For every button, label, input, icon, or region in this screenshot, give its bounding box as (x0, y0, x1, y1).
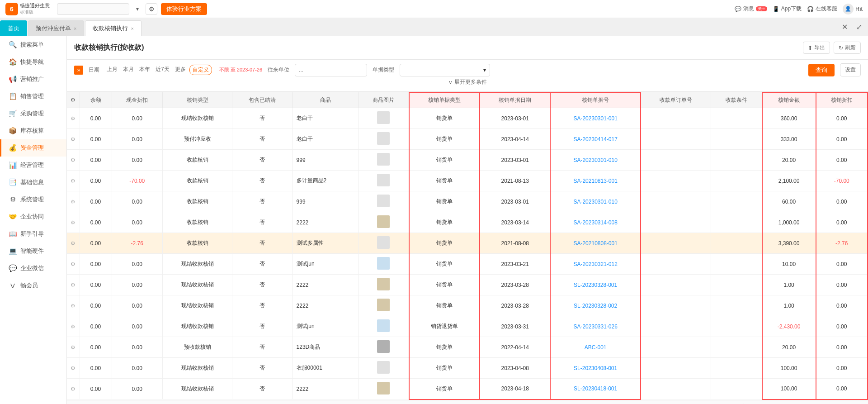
message-btn[interactable]: 💬 消息 99+ (735, 5, 767, 13)
sidebar-icon-9: ⚙ (9, 195, 17, 204)
writeoff-no-link[interactable]: SA-20230331-026 (573, 323, 617, 330)
writeoff-no-link[interactable]: SL-20230418-001 (574, 385, 617, 392)
sidebar-item-3[interactable]: 📋销售管理 (0, 88, 66, 105)
writeoff-no-link[interactable]: SA-20230301-010 (573, 199, 617, 205)
table-row[interactable]: ⚙ 0.00 0.00 现结收款核销 否 测试jun 销货单 2023-03-2… (67, 254, 868, 275)
date-custom[interactable]: 自定义 (189, 65, 212, 75)
sidebar-item-13[interactable]: 💬企业微信 (0, 260, 66, 277)
sidebar-item-12[interactable]: 💻智能硬件 (0, 242, 66, 260)
date-this-year[interactable]: 本年 (137, 65, 152, 75)
table-row[interactable]: ⚙ 0.00 -70.00 收款核销 否 多计量商品2 销货单 2021-08-… (67, 171, 868, 191)
table-row[interactable]: ⚙ 0.00 0.00 预收款核销 否 123D商品 销货单 2022-04-1… (67, 337, 868, 358)
cell-writeoff-no[interactable]: SL-20230328-002 (550, 295, 641, 316)
cell-cash-discount: 0.00 (112, 379, 163, 399)
tab-writeoff-close[interactable]: × (131, 26, 133, 31)
date-this-month[interactable]: 本月 (121, 65, 136, 75)
dropdown-icon[interactable]: ▾ (133, 5, 142, 14)
date-7days[interactable]: 近7天 (154, 65, 171, 75)
cell-writeoff-no[interactable]: SA-20230314-008 (550, 212, 641, 233)
cell-writeoff-no[interactable]: SA-20230414-017 (550, 129, 641, 150)
sidebar-item-5[interactable]: 📦库存核算 (0, 122, 66, 139)
table-footer: 核销金额合计: 40,556,66... 核销折扣合计: 952.24 (67, 400, 868, 404)
table-row[interactable]: ⚙ 0.00 -2.76 收款核销 否 测试多属性 销货单 2021-08-08… (67, 233, 868, 254)
table-row[interactable]: ⚙ 0.00 0.00 收款核销 否 2222 销货单 2023-03-14 S… (67, 212, 868, 233)
tab-close-all-icon[interactable]: ✕ (839, 22, 850, 33)
table-row[interactable]: ⚙ 0.00 0.00 现结收款核销 否 2222 销货单 2023-03-28… (67, 275, 868, 295)
query-button[interactable]: 查询 (808, 64, 835, 76)
writeoff-no-link[interactable]: SA-20230314-008 (573, 219, 617, 226)
cell-writeoff-type: 收款核销 (163, 150, 232, 171)
writeoff-no-link[interactable]: SA-20230301-001 (573, 115, 617, 122)
cell-writeoff-no[interactable]: SA-20230301-001 (550, 108, 641, 129)
top-bar-search-input[interactable] (57, 3, 129, 15)
cell-writeoff-no[interactable]: SA-20230321-012 (550, 254, 641, 275)
sidebar-item-14[interactable]: V畅会员 (0, 277, 66, 294)
cell-writeoff-no[interactable]: SL-20230328-001 (550, 275, 641, 295)
online-service-btn[interactable]: 🎧 在线客服 (807, 5, 837, 13)
cell-writeoff-no[interactable]: SA-20230301-010 (550, 191, 641, 212)
tab-writeoff[interactable]: 收款核销执行 × (85, 20, 141, 36)
sidebar-item-1[interactable]: 🏠快捷导航 (0, 53, 66, 71)
table-header-row: ⚙ 余额 现金折扣 核销类型 包含已结清 商品 商品图片 核销单据类型 核销单据… (67, 92, 868, 108)
tab-prepay-close[interactable]: × (74, 26, 76, 31)
date-last-month[interactable]: 上月 (105, 65, 119, 75)
cell-writeoff-discount: 0.00 (816, 316, 868, 337)
cell-writeoff-no[interactable]: SA-20210813-001 (550, 171, 641, 191)
cell-writeoff-no[interactable]: SA-20230301-010 (550, 150, 641, 171)
sidebar: 🔍搜索菜单🏠快捷导航📢营销推广📋销售管理🛒采购管理📦库存核算💰资金管理📊经营管理… (0, 36, 67, 404)
expand-more-button[interactable]: ∨ 展开更多条件 (448, 78, 487, 86)
cell-writeoff-no[interactable]: SA-20210808-001 (550, 233, 641, 254)
writeoff-no-link[interactable]: SA-20230414-017 (573, 136, 617, 143)
tab-prepay[interactable]: 预付冲应付单 × (28, 20, 84, 36)
writeoff-no-link[interactable]: SL-20230328-002 (574, 303, 617, 309)
table-row[interactable]: ⚙ 0.00 0.00 现结收款核销 否 老白干 销货单 2023-03-01 … (67, 108, 868, 129)
table-row[interactable]: ⚙ 0.00 0.00 收款核销 否 999 销货单 2023-03-01 SA… (67, 191, 868, 212)
filter-setting-button[interactable]: 设置 (840, 63, 861, 76)
cell-writeoff-amount: 3,390.00 (762, 233, 816, 254)
cell-writeoff-date: 2022-04-14 (480, 337, 550, 358)
cell-writeoff-no[interactable]: SL-20230408-001 (550, 358, 641, 379)
sidebar-item-10[interactable]: 🤝企业协同 (0, 208, 66, 225)
tab-expand-icon[interactable]: ⤢ (854, 22, 864, 33)
sidebar-item-8[interactable]: 📑基础信息 (0, 174, 66, 191)
cell-writeoff-no[interactable]: ABC-001 (550, 337, 641, 358)
cell-writeoff-no[interactable]: SL-20230418-001 (550, 379, 641, 399)
writeoff-no-link[interactable]: SA-20210813-001 (573, 178, 617, 184)
filter-expand-button[interactable]: » (74, 66, 83, 75)
tab-home[interactable]: 首页 (0, 20, 27, 36)
writeoff-no-link[interactable]: SA-20230301-010 (573, 157, 617, 163)
writeoff-no-link[interactable]: SA-20230321-012 (573, 261, 617, 267)
writeoff-no-link[interactable]: ABC-001 (585, 344, 607, 351)
app-download-btn[interactable]: 📱 App下载 (773, 5, 802, 13)
cell-goods: 测试多属性 (292, 233, 358, 254)
sidebar-item-2[interactable]: 📢营销推广 (0, 71, 66, 88)
cell-writeoff-no[interactable]: SA-20230331-026 (550, 316, 641, 337)
sidebar-item-0[interactable]: 🔍搜索菜单 (0, 36, 66, 53)
sidebar-item-11[interactable]: 📖新手引导 (0, 225, 66, 242)
trial-button[interactable]: 体验行业方案 (161, 3, 207, 15)
sidebar-item-6[interactable]: 💰资金管理 (0, 139, 66, 157)
table-row[interactable]: ⚙ 0.00 0.00 现结收款核销 否 衣服00001 销货单 2023-04… (67, 358, 868, 379)
writeoff-no-link[interactable]: SL-20230408-001 (574, 365, 617, 371)
table-row[interactable]: ⚙ 0.00 0.00 现结收款核销 否 2222 销货单 2023-04-18… (67, 379, 868, 399)
voucher-type-select[interactable]: ▾ (400, 64, 490, 76)
writeoff-no-link[interactable]: SA-20210808-001 (573, 240, 617, 247)
user-area[interactable]: 👤 Rit (843, 4, 863, 14)
sidebar-item-7[interactable]: 📊经营管理 (0, 157, 66, 174)
writeoff-no-link[interactable]: SL-20230328-001 (574, 282, 617, 288)
sidebar-item-4[interactable]: 🛒采购管理 (0, 105, 66, 122)
col-settings[interactable]: ⚙ (67, 92, 80, 108)
export-button[interactable]: ⬆ 导出 (803, 42, 830, 54)
table-row[interactable]: ⚙ 0.00 0.00 现结收款核销 否 测试jun 销货退货单 2023-03… (67, 316, 868, 337)
table-row[interactable]: ⚙ 0.00 0.00 收款核销 否 999 销货单 2023-03-01 SA… (67, 150, 868, 171)
date-more[interactable]: 更多 (173, 65, 188, 75)
cell-goods: 多计量商品2 (292, 171, 358, 191)
cell-writeoff-voucher-type: 销货单 (409, 171, 480, 191)
table-area[interactable]: ⚙ 余额 现金折扣 核销类型 包含已结清 商品 商品图片 核销单据类型 核销单据… (67, 92, 868, 404)
settings-icon[interactable]: ⚙ (146, 3, 157, 15)
counterparty-select[interactable]: ... (295, 64, 367, 76)
table-row[interactable]: ⚙ 0.00 0.00 现结收款核销 否 2222 销货单 2023-03-28… (67, 295, 868, 316)
sidebar-item-9[interactable]: ⚙系统管理 (0, 191, 66, 208)
refresh-button[interactable]: ↻ 刷新 (834, 42, 861, 54)
table-row[interactable]: ⚙ 0.00 0.00 预付冲应收 否 老白干 销货单 2023-04-14 S… (67, 129, 868, 150)
